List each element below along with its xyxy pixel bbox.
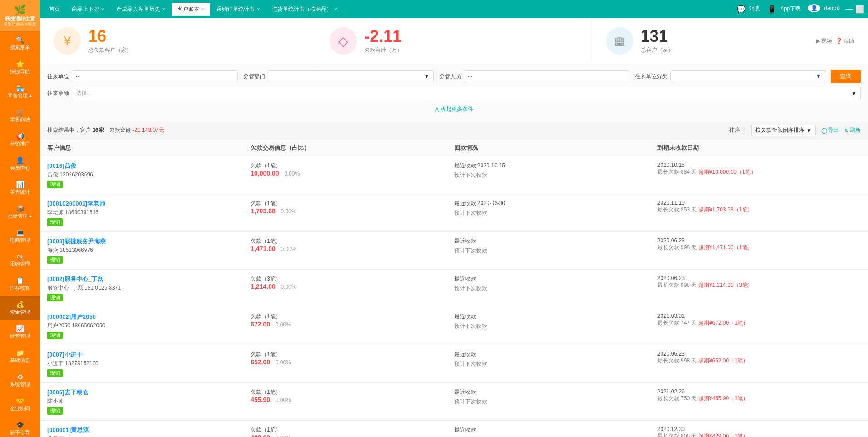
debt-amount-4: 672.00 <box>251 321 270 328</box>
overdue-link-7[interactable]: 超期¥429.00（1笔） <box>698 433 748 437</box>
sidebar-item-经营管理[interactable]: 📈经营管理 <box>0 320 40 344</box>
tab-close-2[interactable]: ✕ <box>162 7 166 12</box>
sidebar-item-批发管理[interactable]: 📦批发管理▲ <box>0 200 40 224</box>
overdue-link-4[interactable]: 超期¥672.00（1笔） <box>698 320 748 326</box>
overdue-link-6[interactable]: 超期¥455.90（1笔） <box>698 395 748 402</box>
customer-name-3[interactable]: [0002]服务中心_丁磊 <box>47 275 251 283</box>
balance-select[interactable]: 选择... ▼ <box>72 87 861 100</box>
video-label[interactable]: 视频 <box>821 37 832 45</box>
customer-name-7[interactable]: [000001]黄思源 <box>47 426 251 434</box>
sidebar-item-库存核算[interactable]: 📋库存核算 <box>0 272 40 296</box>
tab-close-4[interactable]: ✕ <box>256 7 260 12</box>
recovery-info-2: 最近收款 预计下次收款 <box>454 237 657 264</box>
customer-name-5[interactable]: [0007]小进干 <box>47 351 251 359</box>
last-collect-5: 最近收款 <box>454 351 657 358</box>
last-collect-7: 最近收款 <box>454 426 657 434</box>
tabs-container: 首页商品上下架✕产成品入库单历史✕客户账本✕采购订单统计表✕进货单统计表（按商品… <box>44 3 736 16</box>
sidebar-item-企业协同[interactable]: 🤝企业协同 <box>0 392 40 417</box>
due-date-6: 2021.02.26 <box>657 388 861 395</box>
export-label[interactable]: 导出 <box>828 126 839 134</box>
overdue-link-1[interactable]: 超期¥1,703.68（1笔） <box>698 206 753 213</box>
maximize-icon[interactable]: ⬜ <box>855 5 864 14</box>
dept-select[interactable]: ▼ <box>268 70 434 82</box>
manager-input[interactable]: ··· <box>464 70 630 82</box>
due-date-7: 2020.12.30 <box>657 426 861 432</box>
result-bar: 搜索结果中，客户 16家 欠款金额 -21,148.07元 排序： 按欠款金额倒… <box>40 121 868 140</box>
search-button[interactable]: 查询 <box>831 70 861 83</box>
customer-name-2[interactable]: [0003]畅捷服务尹海燕 <box>47 237 251 246</box>
customer-info-6: [0006]去下粮仓 陈小帅 现销 <box>47 388 251 415</box>
dept-label: 分管部门 <box>243 73 265 80</box>
sidebar-item-电商管理[interactable]: 💻电商管理 <box>0 224 40 248</box>
tab-4[interactable]: 采购订单统计表✕ <box>211 3 266 16</box>
sidebar-nav: 🔍搜索菜单⭐快捷导航🏪零售管理▲🛒零售商城📢营销推广👤会员中心📊零售统计📦批发管… <box>0 31 40 437</box>
customer-name-1[interactable]: [00010200001]李老师 <box>47 200 251 208</box>
overdue-detail-1: 最长欠款 853 天 超期¥1,703.68（1笔） <box>657 206 861 214</box>
filter-row-1: 往来单位 ··· 分管部门 ▼ 分管人员 ··· <box>47 70 861 83</box>
overdue-link-5[interactable]: 超期¥652.00（1笔） <box>698 357 748 364</box>
tab-label-4: 采购订单统计表 <box>216 5 255 13</box>
help-action-icon[interactable]: ❓ 帮助 <box>836 37 854 45</box>
sidebar-item-采购管理[interactable]: 🛍采购管理 <box>0 248 40 272</box>
summary-card3-actions: ▶ 视频 ❓ 帮助 <box>816 37 854 45</box>
tab-0[interactable]: 首页 <box>44 3 65 16</box>
tab-3[interactable]: 客户账本✕ <box>172 3 210 16</box>
export-button[interactable]: ◯ 导出 <box>821 126 839 134</box>
overdue-info-3: 2020.06.23 最长欠款 998 天 超期¥1,214.00（3笔） <box>657 275 861 301</box>
sort-select[interactable]: 按欠款金额倒序排序 ▼ <box>751 125 816 136</box>
customer-name-0[interactable]: [0016]吕俊 <box>47 162 251 170</box>
app-download-label[interactable]: App下载 <box>780 5 801 14</box>
sidebar-item-零售统计[interactable]: 📊零售统计 <box>0 176 40 200</box>
refresh-button[interactable]: ↻ 刷新 <box>844 126 861 134</box>
sidebar-item-营销推广[interactable]: 📢营销推广 <box>0 128 40 152</box>
debt-info-6: 欠款（1笔） 455.90 0.00% <box>251 388 454 415</box>
message-icon[interactable]: 💬 <box>737 5 746 14</box>
video-action-icon[interactable]: ▶ 视频 <box>816 37 832 45</box>
debt-percent-6: 0.00% <box>276 397 291 403</box>
collapse-btn-row: ⋀ 收起更多条件 <box>47 104 861 115</box>
tab-close-1[interactable]: ✕ <box>101 7 105 12</box>
customer-phone-0: 吕俊 13026203696 <box>47 171 251 179</box>
tab-close-3[interactable]: ✕ <box>201 7 205 12</box>
tab-2[interactable]: 产成品入库单历史✕ <box>111 3 171 16</box>
collapse-icon: ⋀ <box>435 106 439 112</box>
sidebar-item-新手引导[interactable]: 🎓新手引导 <box>0 417 40 437</box>
minimize-icon[interactable]: — <box>845 5 853 13</box>
user-name[interactable]: demo2 <box>824 5 841 14</box>
sidebar-item-资金管理[interactable]: 💰资金管理 <box>0 296 40 320</box>
customer-name-4[interactable]: [000002]用户2050 <box>47 313 251 321</box>
debt-prefix: 欠款金额 <box>109 127 131 133</box>
sidebar-item-会员中心[interactable]: 👤会员中心 <box>0 152 40 176</box>
message-label[interactable]: 消息 <box>749 5 760 14</box>
nav-label-0: 搜索菜单 <box>2 44 38 51</box>
debt-percent-7: 0.00% <box>276 435 291 437</box>
customer-phone-5: 小进干 18279152100 <box>47 360 251 367</box>
refresh-label[interactable]: 刷新 <box>850 126 861 134</box>
help-label[interactable]: 帮助 <box>843 37 854 45</box>
sidebar-item-系统管理[interactable]: ⚙系统管理 <box>0 368 40 392</box>
tab-1[interactable]: 商品上下架✕ <box>66 3 110 16</box>
sidebar-item-搜索菜单[interactable]: 🔍搜索菜单 <box>0 31 40 55</box>
sidebar-item-基础信息[interactable]: 📁基础信息 <box>0 344 40 368</box>
nav-icon-13: 📁 <box>2 349 38 357</box>
summary-card-total-debt: ◇ -2.11 欠款合计（万） <box>316 18 592 64</box>
collapse-btn[interactable]: 收起更多条件 <box>441 106 473 112</box>
app-icon[interactable]: 📱 <box>768 5 777 14</box>
overdue-link-3[interactable]: 超期¥1,214.00（3笔） <box>698 282 753 288</box>
tab-5[interactable]: 进货单统计表（按商品）✕ <box>266 3 343 16</box>
overdue-link-0[interactable]: 超期¥10,000.00（1笔） <box>698 169 756 175</box>
tab-close-5[interactable]: ✕ <box>334 7 337 12</box>
filter-dept: 分管部门 ▼ <box>243 70 434 82</box>
customer-name-6[interactable]: [0006]去下粮仓 <box>47 388 251 397</box>
user-avatar[interactable]: 👤 <box>808 5 820 14</box>
overdue-link-2[interactable]: 超期¥1,471.00（1笔） <box>698 244 753 251</box>
next-collect-0: 预计下次收款 <box>454 171 657 179</box>
from-unit-input[interactable]: ··· <box>72 70 238 82</box>
sidebar-item-零售管理[interactable]: 🏪零售管理▲ <box>0 80 40 104</box>
debt-amount-row-4: 672.00 0.00% <box>251 321 454 328</box>
unit-class-select[interactable]: ▼ <box>670 70 825 82</box>
debt-info-7: 欠款（1笔） 429.00 0.00% <box>251 426 454 437</box>
sidebar-item-零售商城[interactable]: 🛒零售商城 <box>0 104 40 128</box>
sidebar-item-快捷导航[interactable]: ⭐快捷导航 <box>0 55 40 80</box>
overdue-detail-6: 最长欠款 750 天 超期¥455.90（1笔） <box>657 395 861 402</box>
